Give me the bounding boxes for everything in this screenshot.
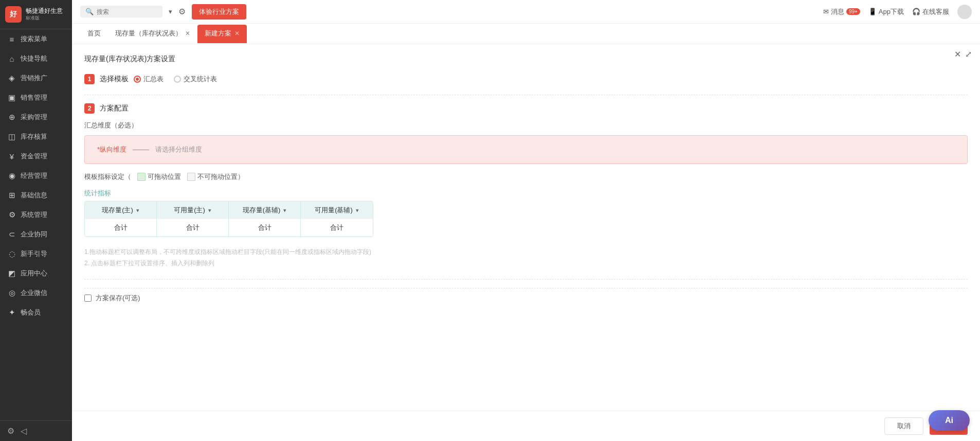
draggable-indicator: 可拖动位置 [137,172,181,181]
col-header-label-2: 现存量(基辅) [243,206,281,215]
radio-summary[interactable]: 汇总表 [134,75,164,84]
section1-header: 1 选择模板 汇总表 交叉统计表 [84,74,968,84]
purchase-icon: ⊕ [7,113,16,122]
col-summary-3: 合计 [330,223,343,232]
radio-summary-dot [134,76,141,83]
sidebar-item-operations[interactable]: ◉ 经营管理 [0,166,72,186]
sidebar-item-finance[interactable]: ¥ 资金管理 [0,146,72,166]
ai-assistant-button[interactable]: Ai [929,410,970,431]
col-header-label-0: 现存量(主) [102,206,133,215]
tab-inventory-close-icon[interactable]: ✕ [185,30,190,37]
search-menu-icon: ≡ [7,35,16,44]
stats-col-head-1[interactable]: 可用量(主) ▾ [157,201,229,219]
search-box[interactable]: 🔍 [80,6,162,17]
action-bar: 取消 查询 [72,411,980,441]
topbar: 🔍 ▾ ⚙ 体验行业方案 ✉ 消息 99+ 📱 App下载 🎧 在线客服 [72,0,980,24]
sidebar-item-app-center[interactable]: ◩ 应用中心 [0,264,72,283]
app-name: 畅捷通好生意 [26,7,63,15]
stats-col-body-0: 合计 [85,219,157,236]
sidebar-item-inventory[interactable]: ◫ 库存核算 [0,127,72,146]
page-title: 现存量(库存状况表)方案设置 [84,54,968,64]
tab-bar: 首页 现存量（库存状况表） ✕ 新建方案 ✕ [72,24,980,44]
sidebar-item-label: 经营管理 [21,171,47,180]
dimension-box[interactable]: *纵向维度 —— 请选择分组维度 [84,135,968,164]
radio-cross[interactable]: 交叉统计表 [174,75,217,84]
gift-icon: ◈ [7,74,16,83]
topbar-dropdown-icon[interactable]: ▾ [169,8,172,15]
expand-panel-icon[interactable]: ⤢ [965,49,972,59]
section1-label: 选择模板 [100,75,129,84]
stats-section: 统计指标 现存量(主) ▾ 可用量(主) ▾ [84,189,968,238]
col-chevron-0: ▾ [136,207,139,214]
stats-col-head-3[interactable]: 可用量(基辅) ▾ [301,201,373,219]
stats-header: 统计指标 [84,189,968,198]
sidebar-item-search-menu[interactable]: ≡ 搜索菜单 [0,29,72,49]
save-checkbox[interactable] [84,295,92,302]
col-chevron-2: ▾ [283,207,286,214]
topbar-right: ✉ 消息 99+ 📱 App下载 🎧 在线客服 [823,5,972,19]
basic-info-icon: ⊞ [7,191,16,200]
customer-service-button[interactable]: 🎧 在线客服 [912,7,949,16]
draggable-box [137,173,146,181]
close-panel-icon[interactable]: ✕ [954,49,961,59]
wechat-icon: ◎ [7,288,16,298]
vertical-dim-label: *纵向维度 [97,145,126,154]
sidebar-item-purchase[interactable]: ⊕ 采购管理 [0,107,72,127]
section2-label: 方案配置 [100,104,129,113]
sidebar-item-marketing[interactable]: ◈ 营销推广 [0,68,72,88]
tab-new-plan[interactable]: 新建方案 ✕ [197,25,247,43]
sidebar-item-label: 基础信息 [21,191,47,200]
sidebar-item-enterprise[interactable]: ⊂ 企业协同 [0,225,72,244]
sidebar-item-sys-mgmt[interactable]: ⚙ 系统管理 [0,205,72,225]
sidebar-item-member[interactable]: ✦ 畅会员 [0,303,72,322]
template-indicators-label: 模板指标设定（ [84,172,131,181]
finance-icon: ¥ [7,152,16,161]
topbar-gear-icon[interactable]: ⚙ [178,7,186,16]
sidebar-item-sales[interactable]: ▣ 销售管理 [0,88,72,107]
sound-icon[interactable]: ◁ [21,426,27,436]
radio-cross-dot [174,76,181,83]
col-summary-2: 合计 [258,223,271,232]
stats-col-head-2[interactable]: 现存量(基辅) ▾ [229,201,301,219]
tab-inventory-status[interactable]: 现存量（库存状况表） ✕ [108,25,197,43]
col-header-label-1: 可用量(主) [174,206,205,215]
settings-icon[interactable]: ⚙ [7,426,14,436]
sidebar-item-label: 新手引导 [21,249,47,259]
sidebar-item-quick-nav[interactable]: ⌂ 快捷导航 [0,49,72,68]
sidebar-item-label: 销售管理 [21,93,47,102]
headset-icon: 🎧 [912,8,920,15]
operations-icon: ◉ [7,171,16,180]
col-header-label-3: 可用量(基辅) [315,206,353,215]
member-icon: ✦ [7,308,16,317]
user-avatar[interactable] [957,5,972,19]
sidebar-item-wechat[interactable]: ◎ 企业微信 [0,283,72,303]
sidebar-item-label: 采购管理 [21,113,47,122]
cancel-button[interactable]: 取消 [884,417,923,435]
step2-badge: 2 [84,103,95,114]
panel-controls: ✕ ⤢ [954,49,972,59]
industry-plan-button[interactable]: 体验行业方案 [192,4,246,20]
message-button[interactable]: ✉ 消息 99+ [823,7,860,16]
col-summary-1: 合计 [186,223,199,232]
app-download-button[interactable]: 📱 App下载 [868,7,904,16]
tab-home[interactable]: 首页 [80,25,108,43]
aggregate-dim-label: 汇总维度（必选） [84,121,968,130]
app-edition: 标准版 [26,15,63,22]
home-icon: ⌂ [7,54,16,63]
sidebar-item-label: 资金管理 [21,152,47,161]
sidebar-item-label: 企业微信 [21,288,47,298]
sidebar-item-guide[interactable]: ◌ 新手引导 [0,244,72,264]
step1-badge: 1 [84,74,95,84]
section-divider-2 [84,279,968,280]
stats-col-head-0[interactable]: 现存量(主) ▾ [85,201,157,219]
stats-col-body-2: 合计 [229,219,301,236]
stats-col-body-1: 合计 [157,219,229,236]
app-center-icon: ◩ [7,269,16,278]
search-input[interactable] [97,8,157,15]
content-inner: ✕ ⤢ 现存量(库存状况表)方案设置 1 选择模板 汇总表 [72,44,980,441]
tab-new-plan-close-icon[interactable]: ✕ [234,30,240,37]
message-label: 消息 [831,7,844,16]
sidebar-nav: ≡ 搜索菜单 ⌂ 快捷导航 ◈ 营销推广 ▣ 销售管理 ⊕ 采购管理 ◫ 库存核… [0,29,72,420]
template-radio-group: 汇总表 交叉统计表 [134,75,217,84]
sidebar-item-basic-info[interactable]: ⊞ 基础信息 [0,186,72,205]
